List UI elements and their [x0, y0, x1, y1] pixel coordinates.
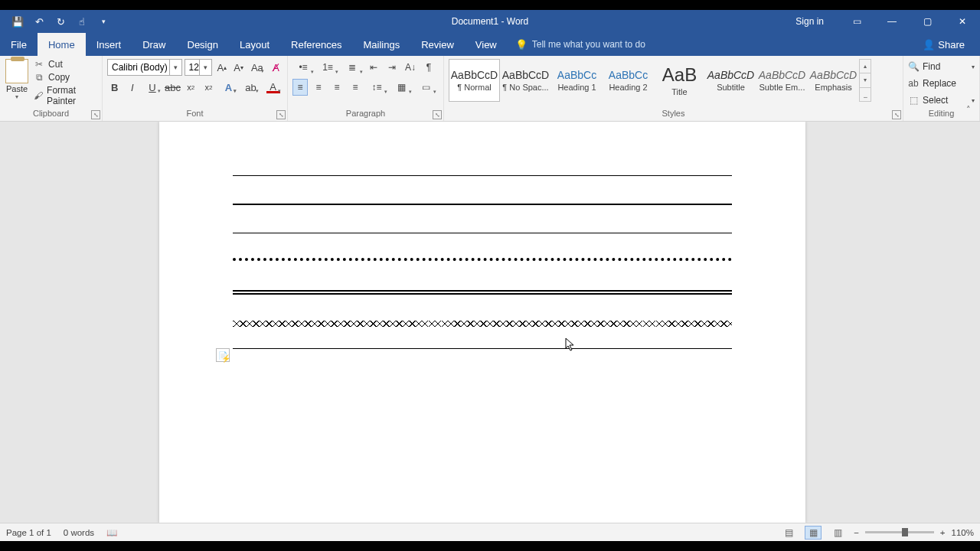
title-bar: 💾 ↶ ↻ ☝︎ ▾ Document1 - Word Sign in ▭ — … [0, 10, 980, 33]
align-right-button[interactable]: ≡ [329, 79, 345, 96]
zoom-level[interactable]: 110% [952, 528, 974, 537]
redo-icon[interactable]: ↻ [54, 15, 67, 28]
style-title[interactable]: AaBTitle [654, 59, 705, 102]
align-left-button[interactable]: ≡ [292, 79, 308, 96]
borders-button[interactable]: ▭ [415, 79, 436, 96]
horizontal-line-thin-2 [233, 348, 732, 349]
numbering-button[interactable]: 1≡ [317, 59, 338, 76]
web-layout-button[interactable]: ▥ [829, 526, 846, 540]
show-marks-button[interactable]: ¶ [421, 59, 436, 76]
tab-review[interactable]: Review [410, 33, 465, 56]
style-name: Subtle Em... [760, 83, 805, 92]
minimize-button[interactable]: — [874, 10, 910, 33]
maximize-button[interactable]: ▢ [910, 10, 945, 33]
paragraph-dialog-launcher[interactable]: ⤡ [433, 110, 442, 119]
style-subtitle[interactable]: AaBbCcDSubtitle [705, 59, 756, 102]
styles-more-button[interactable]: ▴▾⎯ [859, 59, 871, 102]
style--no-spac-[interactable]: AaBbCcD¶ No Spac... [500, 59, 551, 102]
copy-button[interactable]: ⧉Copy [34, 72, 97, 83]
sort-button[interactable]: A↓ [403, 59, 418, 76]
zoom-in-button[interactable]: + [940, 528, 946, 537]
print-layout-button[interactable]: ▦ [805, 526, 822, 540]
group-clipboard-label: Clipboard [5, 109, 97, 119]
zoom-out-button[interactable]: − [854, 528, 859, 537]
word-count[interactable]: 0 words [64, 528, 94, 537]
tab-insert[interactable]: Insert [86, 33, 132, 56]
strikethrough-button[interactable]: abc [165, 79, 181, 96]
paste-label: Paste [5, 84, 29, 93]
align-center-button[interactable]: ≡ [311, 79, 326, 96]
style-subtle-em-[interactable]: AaBbCcDSubtle Em... [756, 59, 808, 102]
tab-home[interactable]: Home [38, 33, 86, 56]
read-mode-button[interactable]: ▤ [780, 526, 797, 540]
share-button[interactable]: 👤 Share [913, 33, 974, 56]
clear-formatting-button[interactable]: A̸ [269, 59, 283, 76]
grow-font-button[interactable]: A▴ [215, 59, 229, 76]
style-name: ¶ No Spac... [502, 83, 548, 92]
autocorrect-options-button[interactable]: 📄⚡ [216, 348, 230, 362]
page[interactable]: 📄⚡ [159, 122, 805, 523]
page-indicator[interactable]: Page 1 of 1 [6, 528, 51, 537]
change-case-button[interactable]: Aa [248, 59, 266, 76]
paste-button[interactable]: Paste ▾ [5, 59, 29, 100]
chevron-down-icon[interactable]: ▾ [199, 60, 211, 75]
line-spacing-button[interactable]: ↕≡ [366, 79, 387, 96]
italic-button[interactable]: I [125, 79, 139, 96]
font-color-button[interactable]: A [263, 79, 283, 96]
undo-icon[interactable]: ↶ [32, 15, 46, 28]
tab-file[interactable]: File [0, 33, 38, 56]
save-icon[interactable]: 💾 [11, 15, 24, 28]
subscript-button[interactable]: x2 [184, 79, 198, 96]
style-name: Title [671, 87, 687, 96]
close-button[interactable]: ✕ [945, 10, 980, 33]
cursor-icon: ⬚ [908, 95, 919, 106]
tell-me-search[interactable]: 💡 Tell me what you want to do [515, 33, 645, 56]
sign-in-link[interactable]: Sign in [795, 16, 824, 27]
decrease-indent-button[interactable]: ⇤ [366, 59, 381, 76]
tab-design[interactable]: Design [177, 33, 229, 56]
style-heading-2[interactable]: AaBbCcHeading 2 [603, 59, 654, 102]
style-sample: AaBbCcD [451, 69, 498, 81]
multilevel-list-button[interactable]: ≣ [341, 59, 363, 76]
shading-button[interactable]: ▦ [390, 79, 412, 96]
style--normal[interactable]: AaBbCcD¶ Normal [449, 59, 500, 102]
touch-mode-icon[interactable]: ☝︎ [75, 15, 89, 28]
ribbon-display-icon[interactable]: ▭ [839, 10, 874, 33]
find-button[interactable]: 🔍Find▾ [908, 59, 975, 74]
justify-button[interactable]: ≡ [348, 79, 363, 96]
tab-references[interactable]: References [280, 33, 352, 56]
text-effects-button[interactable]: A [219, 79, 238, 96]
tab-view[interactable]: View [465, 33, 508, 56]
replace-button[interactable]: abReplace [908, 76, 975, 91]
font-size-combo[interactable]: 12▾ [185, 59, 212, 76]
qat-more-icon[interactable]: ▾ [96, 15, 110, 28]
zoom-slider[interactable] [865, 531, 934, 533]
tab-layout[interactable]: Layout [229, 33, 280, 56]
increase-indent-button[interactable]: ⇥ [384, 59, 400, 76]
chevron-down-icon[interactable]: ▾ [972, 64, 975, 70]
shrink-font-button[interactable]: A▾ [232, 59, 246, 76]
tab-mailings[interactable]: Mailings [353, 33, 411, 56]
superscript-button[interactable]: x2 [201, 79, 216, 96]
chevron-down-icon[interactable]: ▾ [169, 60, 181, 75]
highlight-button[interactable]: ab [241, 79, 260, 96]
format-painter-button[interactable]: 🖌Format Painter [34, 85, 97, 106]
font-name-combo[interactable]: Calibri (Body)▾ [107, 59, 182, 76]
replace-icon: ab [908, 78, 919, 89]
collapse-ribbon-button[interactable]: ˄ [962, 103, 975, 116]
style-emphasis[interactable]: AaBbCcDEmphasis [808, 59, 859, 102]
bold-button[interactable]: B [107, 79, 122, 96]
clipboard-dialog-launcher[interactable]: ⤡ [91, 110, 100, 119]
cut-button[interactable]: ✂Cut [34, 59, 97, 70]
styles-dialog-launcher[interactable]: ⤡ [892, 110, 901, 119]
bullets-button[interactable]: •≡ [292, 59, 314, 76]
style-heading-1[interactable]: AaBbCcHeading 1 [551, 59, 603, 102]
page-content [233, 175, 732, 349]
paste-dropdown-icon[interactable]: ▾ [5, 93, 29, 100]
underline-button[interactable]: U [143, 79, 162, 96]
group-font: Calibri (Body)▾ 12▾ A▴ A▾ Aa A̸ B I U ab… [103, 56, 288, 121]
font-dialog-launcher[interactable]: ⤡ [276, 110, 286, 119]
tab-draw[interactable]: Draw [132, 33, 176, 56]
search-icon: 🔍 [908, 61, 919, 72]
spellcheck-icon[interactable]: 📖 [106, 527, 117, 538]
